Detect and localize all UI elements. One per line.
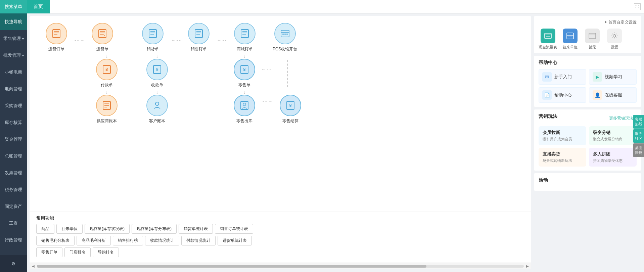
sidebar-item-tax[interactable]: 税务管理 [0,181,27,198]
scroll-track[interactable] [37,265,524,268]
quick-icon-none[interactable]: 暂无 [583,29,601,50]
flow-node-sales-order[interactable]: 销售订单 [185,23,212,52]
sidebar-item-quick-nav[interactable]: 快捷导航 [0,13,27,30]
flow-node-purchase-bill[interactable]: 进货单 [89,23,116,52]
func-btn-sales-order-stats[interactable]: 销售订单统计表 [215,224,253,234]
quick-icon-cashflow[interactable]: 现金流量表 [539,29,557,50]
float-btn-desktop[interactable]: 桌面快捷 [633,143,644,157]
sidebar-item-wholesale[interactable]: 批发管理 ▾ [0,47,27,64]
help-item-beginner[interactable]: ✉ 新手入门 [539,69,586,85]
func-buttons-row3: 零售开单 门店排名 导购排名 [36,247,524,257]
func-btn-sales-profit[interactable]: 销售毛利分析表 [36,236,75,245]
sidebar-item-retail[interactable]: 零售管理 ▾ [0,30,27,47]
flow-node-retail-out[interactable]: 零售出库 [231,95,258,124]
svg-text:¥: ¥ [105,67,108,72]
support-icon: 👤 [593,90,602,100]
flow-node-sales-bill[interactable]: 销货单 [139,23,166,52]
flow-node-customer-account[interactable]: 客户账本 [144,95,171,124]
flow-node-purchase-order[interactable]: 进货订单 [43,23,70,52]
cashflow-icon-box [541,29,555,43]
flow-node-retail-settlement[interactable]: ¥ 零售结算 [277,95,304,124]
more-marketing-link[interactable]: 更多营销玩法 > [609,116,637,121]
flow-node-retail-bill[interactable]: ¥ 零售单 [231,59,258,88]
func-btn-retail-order[interactable]: 零售开单 [36,247,62,257]
svg-rect-40 [545,33,551,39]
quick-icon-contacts[interactable]: 往来单位 [561,29,579,50]
func-btn-store-rank[interactable]: 门店排名 [64,247,91,257]
sidebar-item-finance[interactable]: 资金管理 [0,131,27,148]
func-btn-sales-stats[interactable]: 销货单统计表 [179,224,213,234]
marketing-section: 营销玩法 更多营销玩法 > 会员拉新 吸引用户成为会员 裂变分销 裂变式发展分销… [534,109,641,171]
func-btn-goods[interactable]: 商品 [36,224,54,234]
common-functions-title: 常用功能 [36,215,524,221]
svg-text:¥: ¥ [155,67,158,72]
flow-node-receipt-bill[interactable]: ¥ 收款单 [144,59,171,88]
scroll-thumb[interactable] [37,265,426,268]
func-btn-payment-stats[interactable]: 付款情况统计 [181,236,216,245]
sidebar-item-general-ledger[interactable]: 总账管理 [0,148,27,165]
float-buttons: 客服热线 服务社区 桌面快捷 [633,115,644,157]
func-btn-guide-rank[interactable]: 导购排名 [93,247,119,257]
svg-rect-24 [286,34,288,35]
scroll-right-arrow[interactable]: ▶ [525,264,530,268]
sidebar-item-ecommerce-small[interactable]: 小畅电商 [0,64,27,81]
sidebar-item-inventory[interactable]: 库存核算 [0,114,27,131]
help-grid: ✉ 新手入门 ▶ 视频学习 📄 帮助中心 👤 在线客服 [539,69,637,103]
svg-rect-43 [567,33,573,39]
flow-node-supplier-account[interactable]: 供应商账本 [93,95,120,124]
func-btn-receipt-stats[interactable]: 收款情况统计 [145,236,179,245]
help-item-support[interactable]: 👤 在线客服 [589,87,637,103]
flowchart-area: 进货订单 - - → 进货单 [30,16,531,212]
beginner-icon: ✉ [542,72,552,82]
quick-settings-link[interactable]: ✦ 首页自定义设置 [604,19,637,25]
svg-text:¥: ¥ [289,103,292,108]
func-btn-goods-profit[interactable]: 商品毛利分析 [77,236,111,245]
quick-access-section: ✦ 首页自定义设置 现金流量表 往来单位 [534,16,641,53]
flow-node-payment-bill[interactable]: ¥ 付款单 [93,59,120,88]
float-btn-hotline[interactable]: 客服热线 [633,115,644,129]
svg-rect-36 [241,101,248,109]
marketing-item-live[interactable]: 直播卖货 场景式购物新玩法 [539,148,586,167]
flow-node-pos-open[interactable]: POS收银开台 [272,23,298,52]
help-item-video[interactable]: ▶ 视频学习 [589,69,637,85]
marketing-grid: 会员拉新 吸引用户成为会员 裂变分销 裂变式发展分销商 直播卖货 场景式购物新玩… [539,126,637,167]
func-btn-stock-status[interactable]: 现存量(库存状况表) [85,224,130,234]
sidebar-item-fixed-assets[interactable]: 固定资产 [0,198,27,215]
sidebar: 快捷导航 零售管理 ▾ 批发管理 ▾ 小畅电商 电商管理 采购管理 库存核算 资 [0,13,27,272]
quick-icon-list: 现金流量表 往来单位 暂无 [539,29,637,50]
fullscreen-button[interactable]: ⛶ [634,3,641,10]
func-buttons-row2: 销售毛利分析表 商品毛利分析 销售排行榜 收款情况统计 付款情况统计 进货单统计… [36,236,524,245]
func-btn-contacts[interactable]: 往来单位 [56,224,83,234]
horizontal-scrollbar[interactable]: ◀ ▶ [30,263,531,269]
sidebar-item-salary[interactable]: 工资 [0,215,27,232]
settings-icon-box [607,29,622,43]
func-btn-sales-rank[interactable]: 销售排行榜 [113,236,143,245]
func-btn-purchase-stats[interactable]: 进货单统计表 [218,236,252,245]
home-tab[interactable]: 首页 [27,0,50,13]
quick-icon-settings[interactable]: 设置 [605,29,624,50]
scroll-left-arrow[interactable]: ◀ [31,264,36,268]
svg-text:¥: ¥ [243,67,246,72]
svg-point-37 [243,103,246,106]
marketing-item-member[interactable]: 会员拉新 吸引用户成为会员 [539,126,586,145]
svg-rect-22 [282,34,284,35]
sidebar-item-invoice[interactable]: 发票管理 [0,165,27,181]
flow-node-mall-order[interactable]: 商城订单 [231,23,258,52]
float-btn-community[interactable]: 服务社区 [633,129,644,143]
sidebar-item-purchase[interactable]: 采购管理 [0,97,27,114]
help-item-help[interactable]: 📄 帮助中心 [539,87,586,103]
svg-rect-0 [53,30,60,38]
sidebar-settings-button[interactable]: ⚙ [0,255,27,272]
none-icon-box [585,29,600,43]
marketing-title: 营销玩法 [539,114,557,120]
search-menu-button[interactable]: 搜索菜单 [0,0,27,13]
sidebar-item-ecommerce-mgmt[interactable]: 电商管理 [0,81,27,97]
svg-point-35 [155,102,159,105]
func-btn-stock-dist[interactable]: 现存量(库存分布表) [132,224,177,234]
sidebar-item-admin[interactable]: 行政管理 [0,232,27,248]
help-center-section: 帮助中心 ✉ 新手入门 ▶ 视频学习 📄 帮助中心 👤 [534,56,641,107]
svg-rect-23 [284,34,286,35]
marketing-item-fission[interactable]: 裂变分销 裂变式发展分销商 [589,126,637,145]
marketing-item-group[interactable]: 多人拼团 拼团购物享受优惠 [589,148,637,167]
svg-rect-46 [589,33,596,39]
